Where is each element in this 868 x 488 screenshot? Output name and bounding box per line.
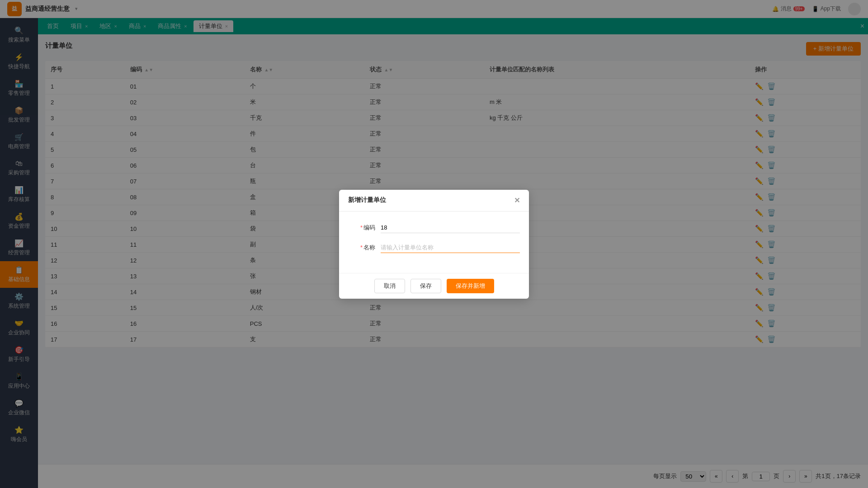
add-unit-modal: 新增计量单位 ✕ *编码 *名称 取消 保存 保存并新增 <box>339 190 529 299</box>
modal-header: 新增计量单位 ✕ <box>339 190 529 211</box>
cancel-button[interactable]: 取消 <box>374 279 405 293</box>
name-label: *名称 <box>348 244 375 252</box>
modal-overlay: 新增计量单位 ✕ *编码 *名称 取消 保存 保存并新增 <box>0 0 868 488</box>
code-required-mark: * <box>360 224 363 231</box>
save-and-new-button[interactable]: 保存并新增 <box>447 279 494 293</box>
modal-title: 新增计量单位 <box>348 196 386 204</box>
code-form-row: *编码 <box>348 222 520 233</box>
name-form-row: *名称 <box>348 242 520 253</box>
modal-close-btn[interactable]: ✕ <box>514 196 520 205</box>
code-label: *编码 <box>348 224 375 232</box>
save-button[interactable]: 保存 <box>410 279 441 293</box>
code-input[interactable] <box>381 222 520 233</box>
name-input[interactable] <box>381 242 520 253</box>
name-required-mark: * <box>360 244 363 251</box>
modal-footer: 取消 保存 保存并新增 <box>339 273 529 299</box>
modal-body: *编码 *名称 <box>339 211 529 273</box>
